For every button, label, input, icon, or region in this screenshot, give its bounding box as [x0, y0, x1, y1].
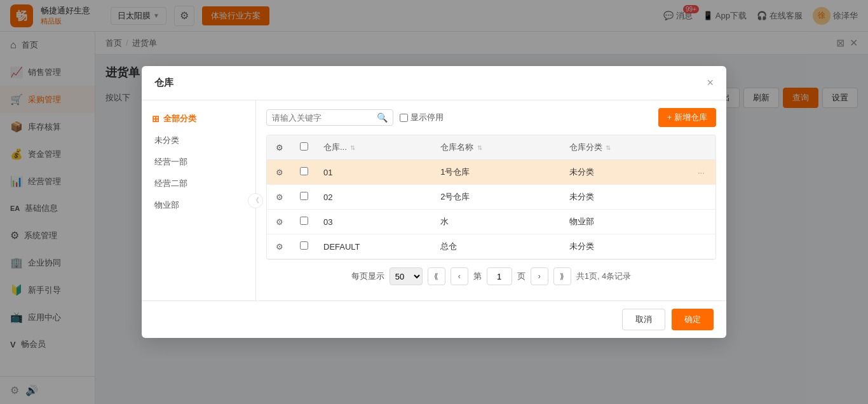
confirm-button[interactable]: 确定 — [672, 309, 714, 330]
next-page-button[interactable]: › — [531, 267, 548, 285]
table-row[interactable]: ⚙ DEFAULT 总仓 未分类 — [267, 234, 715, 259]
row-category: 物业部 — [562, 210, 690, 234]
row-gear[interactable]: ⚙ — [267, 185, 292, 210]
code-column-header[interactable]: 仓库... ⇅ — [316, 135, 433, 160]
row-checkbox[interactable] — [292, 210, 316, 234]
modal-category-item[interactable]: 经营一部 — [142, 151, 255, 173]
table-row[interactable]: ⚙ 02 2号仓库 未分类 — [267, 185, 715, 210]
page-number-input[interactable] — [487, 267, 512, 285]
modal-category-item[interactable]: 经营二部 — [142, 173, 255, 194]
row-gear[interactable]: ⚙ — [267, 210, 292, 234]
checkbox-column-header — [292, 135, 316, 160]
row-actions[interactable] — [690, 185, 715, 210]
modal-category-sidebar: ⊞ 全部分类 未分类 经营一部 经营二部 物业部 《 — [142, 100, 256, 300]
row-gear[interactable]: ⚙ — [267, 234, 292, 259]
name-column-header[interactable]: 仓库名称 ⇅ — [433, 135, 561, 160]
last-page-button[interactable]: ⟫ — [553, 267, 571, 285]
row-name: 2号仓库 — [433, 185, 561, 210]
modal-body: ⊞ 全部分类 未分类 经营一部 经营二部 物业部 《 🔍 — [142, 100, 726, 300]
row-code: 03 — [316, 210, 433, 234]
row-actions[interactable] — [690, 210, 715, 234]
row-checkbox[interactable] — [292, 234, 316, 259]
row-name: 1号仓库 — [433, 160, 561, 185]
row-category: 未分类 — [562, 185, 690, 210]
modal-all-category-label: 全部分类 — [163, 113, 196, 125]
pagination: 每页显示 50 20 100 ⟪ ‹ 第 页 › ⟫ 共1页, 4条记录 — [266, 260, 716, 293]
warehouse-table: ⚙ 仓库... ⇅ 仓库名称 ⇅ — [266, 135, 716, 260]
row-actions[interactable] — [690, 234, 715, 259]
modal-toolbar: 🔍 显示停用 + 新增仓库 — [266, 108, 716, 127]
per-page-label: 每页显示 — [351, 271, 384, 282]
show-disabled-checkbox[interactable] — [400, 114, 408, 122]
row-name: 水 — [433, 210, 561, 234]
modal-all-category[interactable]: ⊞ 全部分类 — [142, 108, 255, 130]
category-column-header[interactable]: 仓库分类 ⇅ — [562, 135, 690, 160]
modal-close-button[interactable]: × — [707, 76, 714, 90]
modal-footer: 取消 确定 — [142, 300, 726, 338]
modal-header: 仓库 × — [142, 66, 726, 100]
table-row[interactable]: ⚙ 01 1号仓库 未分类 ··· — [267, 160, 715, 185]
row-code: 01 — [316, 160, 433, 185]
total-records: 共1页, 4条记录 — [576, 271, 632, 282]
page-suffix: 页 — [517, 271, 526, 282]
search-box: 🔍 — [266, 109, 393, 126]
first-page-button[interactable]: ⟪ — [428, 267, 445, 285]
row-actions[interactable]: ··· — [690, 160, 715, 185]
modal-category-item[interactable]: 未分类 — [142, 130, 255, 151]
search-icon: 🔍 — [377, 112, 388, 123]
show-disabled-label: 显示停用 — [400, 112, 444, 123]
sort-icon: ⇅ — [350, 144, 355, 151]
cancel-button[interactable]: 取消 — [622, 309, 665, 330]
modal-overlay: 仓库 × ⊞ 全部分类 未分类 经营一部 经营二部 物业部 《 — [0, 0, 868, 404]
page-label: 第 — [473, 271, 482, 282]
row-checkbox[interactable] — [292, 185, 316, 210]
modal-category-item[interactable]: 物业部 — [142, 194, 255, 216]
select-all-checkbox[interactable] — [300, 142, 308, 151]
row-category: 未分类 — [562, 234, 690, 259]
row-name: 总仓 — [433, 234, 561, 259]
sidebar-collapse-button[interactable]: 《 — [248, 193, 263, 208]
per-page-select[interactable]: 50 20 100 — [390, 267, 423, 285]
modal-title: 仓库 — [154, 77, 173, 89]
row-code: 02 — [316, 185, 433, 210]
search-input[interactable] — [272, 113, 377, 123]
add-warehouse-button[interactable]: + 新增仓库 — [658, 108, 716, 127]
row-checkbox[interactable] — [292, 160, 316, 185]
sort-icon: ⇅ — [477, 144, 482, 151]
action-column-header — [690, 135, 715, 160]
gear-column-header: ⚙ — [267, 135, 292, 160]
sort-icon: ⇅ — [606, 144, 611, 151]
table-row[interactable]: ⚙ 03 水 物业部 — [267, 210, 715, 234]
row-code: DEFAULT — [316, 234, 433, 259]
modal-table-area: 🔍 显示停用 + 新增仓库 ⚙ — [256, 100, 726, 300]
prev-page-button[interactable]: ‹ — [451, 267, 468, 285]
grid-icon: ⊞ — [152, 114, 159, 124]
row-category: 未分类 — [562, 160, 690, 185]
row-gear[interactable]: ⚙ — [267, 160, 292, 185]
warehouse-modal: 仓库 × ⊞ 全部分类 未分类 经营一部 经营二部 物业部 《 — [142, 66, 726, 338]
